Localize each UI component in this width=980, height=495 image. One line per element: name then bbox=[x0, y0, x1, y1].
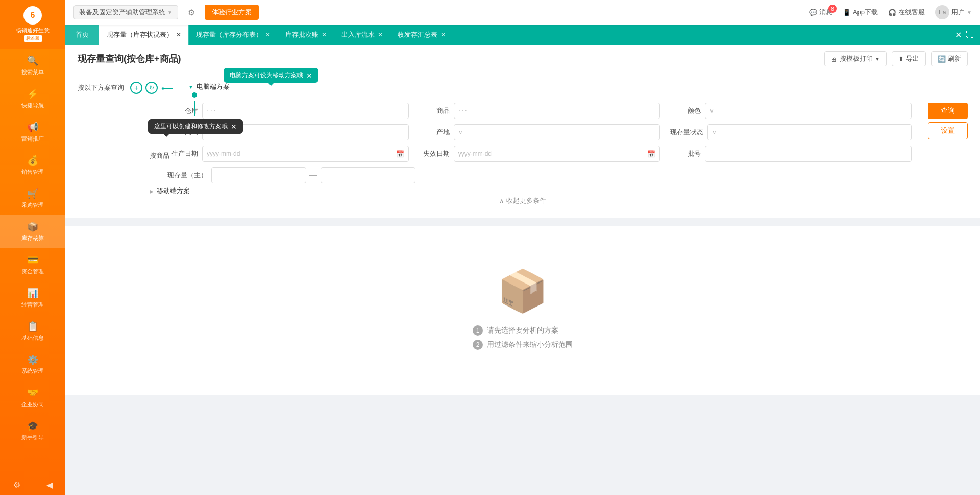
page-title-row: 现存量查询(按仓库+商品) 🖨 按模板打印 ▼ ⬆ 导出 🔄 刷新 bbox=[78, 51, 968, 72]
search-menu-icon: 🔍 bbox=[27, 55, 38, 66]
scheme-group-mobile: ▶ 移动端方案 bbox=[150, 184, 190, 198]
tab-close-icon[interactable]: ✕ bbox=[440, 31, 446, 38]
maximize-button[interactable]: ⛶ bbox=[966, 30, 974, 39]
goods-input[interactable]: ··· bbox=[454, 103, 660, 119]
tooltip-create-text: 这里可以创建和修改方案哦 bbox=[154, 122, 228, 131]
settings-button[interactable]: ⚙ bbox=[13, 480, 20, 490]
sidebar-item-search-menu[interactable]: 🔍 搜索菜单 bbox=[0, 49, 65, 82]
sidebar-item-guide[interactable]: 🎓 新手引导 bbox=[0, 414, 65, 447]
range-separator: — bbox=[309, 171, 317, 180]
scheme-group-header-mobile[interactable]: ▶ 移动端方案 bbox=[150, 184, 190, 198]
tab-collect-send[interactable]: 收发存汇总表 ✕ bbox=[390, 25, 453, 45]
tab-home[interactable]: 首页 bbox=[65, 25, 99, 45]
scheme-sub-item: 按商品 bbox=[150, 151, 169, 160]
tab-inventory-dist[interactable]: 现存量（库存分布表） ✕ bbox=[188, 25, 278, 45]
refresh-button[interactable]: 🔄 刷新 bbox=[931, 51, 968, 66]
goods-label: 商品 bbox=[419, 106, 450, 115]
sidebar-item-label: 新手引导 bbox=[21, 434, 44, 441]
step-num-1: 1 bbox=[473, 325, 483, 336]
message-button[interactable]: 💬 消息 8 bbox=[809, 8, 832, 17]
topbar-left: 装备及固定资产辅助管理系统 ▼ ⚙ 体验行业方案 bbox=[74, 5, 259, 20]
online-service-button[interactable]: 🎧 在线客服 bbox=[888, 8, 925, 17]
app-logo-icon: 6 bbox=[23, 6, 42, 25]
sidebar-item-enterprise[interactable]: 🤝 企业协同 bbox=[0, 381, 65, 414]
filter-expire-date: 失效日期 yyyy-mm-dd 📅 bbox=[419, 146, 660, 162]
select-arrow-icon: ∨ bbox=[458, 129, 463, 136]
topbar-right: 💬 消息 8 📱 App下载 🎧 在线客服 Ea 用户 ▼ bbox=[809, 5, 972, 19]
tab-close-icon[interactable]: ✕ bbox=[176, 31, 181, 38]
sidebar-item-system[interactable]: ⚙️ 系统管理 bbox=[0, 348, 65, 381]
collapse-sidebar-button[interactable]: ◀ bbox=[46, 480, 53, 490]
select-arrow-icon: ∨ bbox=[709, 107, 714, 114]
refresh-scheme-button[interactable]: ↻ bbox=[145, 82, 158, 94]
sidebar-item-quick-nav[interactable]: ⚡ 快捷导航 bbox=[0, 82, 65, 115]
sidebar-nav: 🔍 搜索菜单 ⚡ 快捷导航 📢 营销推广 💰 销售管理 🛒 采购管理 📦 库存核… bbox=[0, 49, 65, 475]
expire-date-input[interactable]: yyyy-mm-dd 📅 bbox=[454, 146, 660, 162]
page-content: 现存量查询(按仓库+商品) 🖨 按模板打印 ▼ ⬆ 导出 🔄 刷新 bbox=[65, 45, 980, 495]
batch-no-input[interactable] bbox=[705, 146, 912, 162]
template-print-button[interactable]: 🖨 按模板打印 ▼ bbox=[824, 51, 887, 66]
tab-close-icon[interactable]: ✕ bbox=[265, 31, 271, 38]
sidebar-item-finance[interactable]: 💳 资金管理 bbox=[0, 248, 65, 281]
sidebar-item-label: 资金管理 bbox=[21, 268, 44, 275]
filter-stock-status: 现存量状态 ∨ bbox=[670, 124, 912, 140]
chevron-down-icon: ▼ bbox=[167, 10, 173, 15]
sidebar-item-operations[interactable]: 📊 经营管理 bbox=[0, 281, 65, 315]
online-service-label: 在线客服 bbox=[898, 8, 925, 17]
back-button[interactable]: ⟵ bbox=[161, 82, 173, 94]
sidebar-item-label: 销售管理 bbox=[21, 168, 44, 176]
settings-gear-button[interactable]: ⚙ bbox=[184, 5, 199, 19]
color-label: 颜色 bbox=[670, 106, 701, 115]
user-profile[interactable]: Ea 用户 ▼ bbox=[935, 5, 972, 19]
step-2-text: 用过滤条件来缩小分析范围 bbox=[487, 340, 573, 349]
app-download-button[interactable]: 📱 App下载 bbox=[843, 8, 878, 17]
sidebar-item-purchase[interactable]: 🛒 采购管理 bbox=[0, 182, 65, 215]
origin-input[interactable]: ∨ bbox=[454, 124, 660, 140]
tab-close-icon[interactable]: ✕ bbox=[378, 31, 383, 38]
dot-indicator bbox=[192, 90, 197, 117]
arrow-icon: ▼ bbox=[188, 84, 193, 90]
stock-main-label: 现存量（主） bbox=[167, 171, 207, 180]
produce-date-label: 生产日期 bbox=[167, 149, 198, 158]
sidebar-item-inventory[interactable]: 📦 库存核算 bbox=[0, 215, 65, 248]
warehouse-input[interactable]: ··· bbox=[202, 103, 409, 119]
set-button[interactable]: 设置 bbox=[928, 122, 968, 139]
collapse-button[interactable]: ∧ 收起更多条件 bbox=[499, 196, 546, 205]
system-selector[interactable]: 装备及固定资产辅助管理系统 ▼ bbox=[74, 5, 178, 19]
add-scheme-button[interactable]: + bbox=[130, 82, 142, 94]
main-content: 装备及固定资产辅助管理系统 ▼ ⚙ 体验行业方案 💬 消息 8 📱 App下载 … bbox=[65, 0, 980, 495]
produce-date-input[interactable]: yyyy-mm-dd 📅 bbox=[202, 146, 409, 162]
collapse-row: ∧ 收起更多条件 bbox=[78, 192, 968, 209]
tooltip-create-close[interactable]: ✕ bbox=[231, 123, 237, 131]
tab-label: 收发存汇总表 bbox=[398, 30, 437, 39]
filter-row-1: 仓库 ··· 商品 ··· bbox=[167, 103, 912, 119]
search-bar-row: 按以下方案查询 + ↻ ⟵ ▼ 电脑端方案 bbox=[78, 80, 968, 96]
query-button[interactable]: 查询 bbox=[928, 103, 968, 119]
sidebar-item-sales[interactable]: 💰 销售管理 bbox=[0, 149, 65, 182]
filter-produce-date: 生产日期 yyyy-mm-dd 📅 bbox=[167, 146, 409, 162]
filter-section: 仓库 ··· 商品 ··· bbox=[78, 103, 968, 187]
sidebar-item-basic[interactable]: 📋 基础信息 bbox=[0, 315, 65, 348]
sidebar-item-label: 企业协同 bbox=[21, 400, 44, 408]
stock-status-input[interactable]: ∨ bbox=[707, 124, 912, 140]
sidebar-logo: 6 畅销通好生意 标准版 bbox=[0, 0, 65, 49]
tab-in-out-flow[interactable]: 出入库流水 ✕ bbox=[334, 25, 390, 45]
tab-inventory-status[interactable]: 现存量（库存状况表） ✕ bbox=[99, 25, 188, 45]
avatar: Ea bbox=[935, 5, 949, 19]
export-button[interactable]: ⬆ 导出 bbox=[892, 51, 926, 66]
tab-close-icon[interactable]: ✕ bbox=[322, 31, 327, 38]
tooltip-scheme-close[interactable]: ✕ bbox=[306, 72, 312, 80]
sidebar-item-marketing[interactable]: 📢 营销推广 bbox=[0, 115, 65, 149]
empty-illustration: 📦 bbox=[497, 267, 548, 315]
expire-date-label: 失效日期 bbox=[419, 149, 450, 158]
close-tab-button[interactable]: ✕ bbox=[955, 30, 962, 40]
stock-main-max-input[interactable] bbox=[321, 167, 415, 183]
stock-main-min-input[interactable] bbox=[211, 167, 306, 183]
tab-batch-ledger[interactable]: 库存批次账 ✕ bbox=[278, 25, 334, 45]
sidebar-item-label: 营销推广 bbox=[21, 135, 44, 143]
empty-step-2: 2 用过滤条件来缩小分析范围 bbox=[473, 340, 573, 350]
user-dropdown-icon: ▼ bbox=[967, 10, 972, 15]
collapse-icon: ∧ bbox=[499, 197, 504, 205]
industry-plan-button[interactable]: 体验行业方案 bbox=[205, 5, 259, 20]
color-input[interactable]: ∨ bbox=[705, 103, 912, 119]
